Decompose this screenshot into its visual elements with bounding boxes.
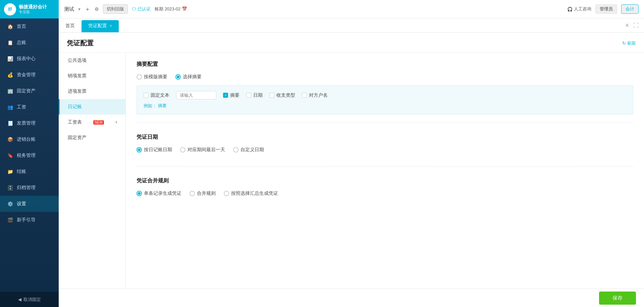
radio-select-summary[interactable]: 选择摘要	[175, 74, 202, 80]
tab-home[interactable]: 首页	[59, 20, 82, 32]
left-nav-purchase-invoice[interactable]: 进项发票	[59, 84, 125, 99]
date-radio-group: 按日记账日期 对应期间最后一天 自定义日期	[137, 147, 633, 153]
custom-date-circle	[233, 147, 238, 152]
fixed-text-checkbox	[144, 93, 149, 98]
ledger-icon: 📋	[7, 39, 13, 46]
radio-single-record[interactable]: 单条记录生成凭证	[137, 190, 181, 196]
closing-icon: 📁	[7, 168, 13, 175]
switch-old-version-button[interactable]: 切到旧版	[103, 4, 128, 14]
chevron-down-icon: ▾	[115, 120, 117, 125]
radio-template-circle	[137, 74, 142, 80]
sidebar-item-guide[interactable]: 🎬 新手引导	[0, 212, 59, 228]
radio-summary-generate[interactable]: 按照选择汇总生成凭证	[224, 190, 278, 196]
sidebar-item-tax[interactable]: 🔖 税务管理	[0, 147, 59, 164]
expand-window-icon[interactable]: ⛶	[633, 23, 639, 29]
sidebar-logo: 好 畅捷通好会计 专业版	[0, 0, 59, 18]
home-icon: 🏠	[7, 23, 13, 30]
refresh-icon: ↻	[622, 41, 626, 46]
sidebar-item-assets[interactable]: 🏢 固定资产	[0, 83, 59, 99]
left-nav-public[interactable]: 公共选项	[59, 53, 125, 68]
sidebar-item-sales[interactable]: 📦 进销台账	[0, 131, 59, 147]
checkbox-fixed-text[interactable]: 固定文本	[144, 92, 169, 98]
sidebar-item-reports[interactable]: 📊 报表中心	[0, 51, 59, 67]
checkbox-counterparty[interactable]: 对方户名	[302, 92, 328, 98]
certified-badge: 🛡 已认证	[132, 6, 151, 12]
counterparty-checkbox	[302, 93, 307, 98]
content-header: 凭证配置 ↻ 刷新	[59, 33, 644, 53]
section-summary-config: 摘要配置 按模版摘要 选择摘要	[137, 61, 633, 123]
invoices-icon: 🧾	[7, 120, 13, 127]
checkbox-summary[interactable]: 摘要	[223, 92, 239, 98]
voucher-date-title: 凭证日期	[137, 134, 633, 141]
left-nav: 公共选项 销项发票 进项发票 日记账 工资表 NEW ▾	[59, 53, 126, 289]
topbar: 测试 ▾ ＋ ⚙ 切到旧版 🛡 已认证 账期 2023-02 📅 🎧 人工咨询 …	[59, 0, 644, 18]
fixed-text-input[interactable]	[176, 91, 216, 99]
checkbox-income-type[interactable]: 收支类型	[269, 92, 295, 98]
section-merge-rules: 凭证合并规则 单条记录生成凭证 合并规则 按照选择汇总生成凭证	[137, 177, 633, 210]
sidebar-item-ledger[interactable]: 📋 总账	[0, 35, 59, 51]
sales-icon: 📦	[7, 136, 13, 143]
checkbox-row: 固定文本 摘要 日期	[144, 91, 626, 99]
add-company-button[interactable]: ＋	[85, 5, 91, 13]
shield-icon: 🛡	[132, 7, 136, 12]
radio-merge-rules[interactable]: 合并规则	[190, 190, 216, 196]
radio-period-last[interactable]: 对应期间最后一天	[180, 147, 225, 153]
merge-rules-circle	[190, 191, 195, 196]
merge-rules-title: 凭证合并规则	[137, 177, 633, 184]
income-type-checkbox	[269, 93, 274, 98]
admin-button[interactable]: 管理员	[595, 4, 617, 14]
guide-icon: 🎬	[7, 217, 13, 223]
main-area: 首页 凭证配置 × ✕ ⛶ 凭证配置 ↻ 刷新 公共选项	[59, 18, 644, 307]
sidebar-item-settings[interactable]: ⚙️ 设置	[0, 196, 59, 212]
close-window-icon[interactable]: ✕	[625, 22, 629, 29]
sidebar-item-closing[interactable]: 📁 结账	[0, 164, 59, 180]
period-label: 账期 2023-02 📅	[155, 6, 187, 12]
assets-icon: 🏢	[7, 88, 13, 94]
logo-sub: 专业版	[19, 9, 47, 14]
diary-date-circle	[137, 147, 142, 152]
cancel-fixed-button[interactable]: ◀ 取消固定	[0, 292, 59, 307]
radio-template-summary[interactable]: 按模版摘要	[137, 74, 167, 80]
logo-icon: 好	[4, 3, 16, 15]
right-content: 摘要配置 按模版摘要 选择摘要	[126, 53, 644, 289]
left-nav-sales-invoice[interactable]: 销项发票	[59, 68, 125, 84]
merge-radio-group: 单条记录生成凭证 合并规则 按照选择汇总生成凭证	[137, 190, 633, 196]
summary-config-title: 摘要配置	[137, 61, 633, 68]
consult-button[interactable]: 🎧 人工咨询	[567, 6, 591, 12]
new-badge: NEW	[93, 120, 104, 125]
left-nav-diary[interactable]: 日记账	[59, 99, 125, 115]
save-button[interactable]: 保存	[599, 292, 636, 305]
sidebar-item-payroll[interactable]: 👥 工资	[0, 99, 59, 115]
payroll-icon: 👥	[7, 104, 13, 111]
section-voucher-date: 凭证日期 按日记账日期 对应期间最后一天 自定义日期	[137, 134, 633, 167]
company-name: 测试	[64, 6, 74, 12]
funds-icon: 💰	[7, 72, 13, 78]
sidebar-item-archive[interactable]: 🗄️ 归档管理	[0, 180, 59, 196]
radio-diary-date[interactable]: 按日记账日期	[137, 147, 172, 153]
checkbox-date[interactable]: 日期	[246, 92, 263, 98]
sidebar-item-funds[interactable]: 💰 资金管理	[0, 67, 59, 83]
accountant-button[interactable]: 会计	[621, 4, 639, 14]
sidebar-item-invoices[interactable]: 🧾 发票管理	[0, 115, 59, 131]
body-layout: 公共选项 销项发票 进项发票 日记账 工资表 NEW ▾	[59, 53, 644, 289]
sidebar-item-home[interactable]: 🏠 首页	[0, 18, 59, 35]
tab-close-icon[interactable]: ×	[110, 24, 112, 28]
date-checkbox	[246, 93, 251, 98]
left-nav-payroll-table[interactable]: 工资表 NEW ▾	[59, 115, 125, 130]
headset-icon: 🎧	[567, 7, 573, 12]
radio-custom-date[interactable]: 自定义日期	[233, 147, 264, 153]
summary-radio-group: 按模版摘要 选择摘要	[137, 74, 633, 80]
company-settings-icon[interactable]: ⚙	[95, 6, 99, 12]
logo-text: 畅捷通好会计	[19, 4, 47, 10]
archive-icon: 🗄️	[7, 184, 13, 191]
refresh-button[interactable]: ↻ 刷新	[622, 40, 636, 46]
settings-icon: ⚙️	[7, 201, 13, 207]
company-chevron-icon[interactable]: ▾	[78, 6, 80, 12]
tax-icon: 🔖	[7, 152, 13, 159]
page-title: 凭证配置	[67, 39, 94, 48]
summary-generate-circle	[224, 191, 229, 196]
tab-voucher-config[interactable]: 凭证配置 ×	[82, 20, 119, 32]
pin-icon: ◀	[18, 297, 21, 302]
left-nav-fixed-assets[interactable]: 固定资产	[59, 130, 125, 145]
footer: 保存	[59, 289, 644, 307]
